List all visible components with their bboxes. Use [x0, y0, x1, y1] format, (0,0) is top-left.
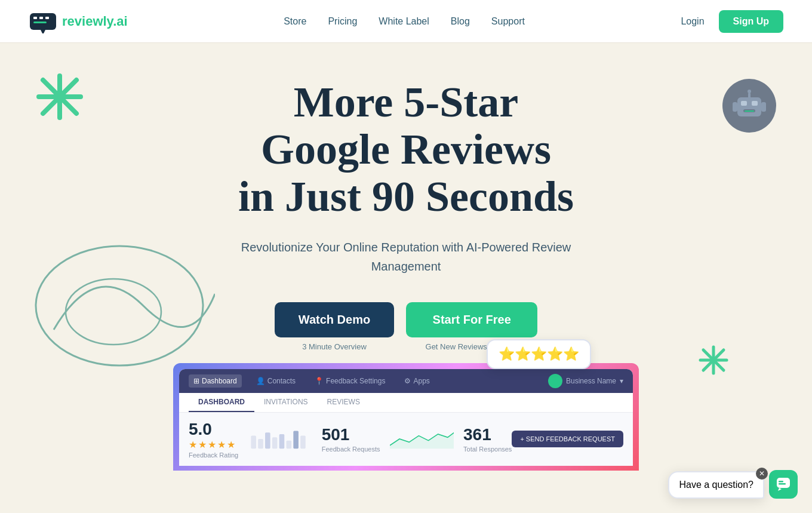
- nav-right: Login Sign Up: [681, 10, 783, 33]
- chat-question-bubble: ✕ Have a question?: [668, 471, 764, 499]
- nav-white-label[interactable]: White Label: [379, 16, 429, 26]
- deco-asterisk-left-icon: [36, 73, 84, 121]
- watch-demo-sub: 3 Minute Overview: [302, 342, 367, 351]
- dashboard-tabs: DASHBOARD INVITATIONS REVIEWS: [179, 393, 633, 413]
- apps-icon: ⚙: [404, 377, 411, 385]
- feedback-icon: 📍: [315, 377, 324, 385]
- dashboard-business: Business Name ▾: [548, 374, 623, 388]
- dash-nav-apps[interactable]: ⚙ Apps: [399, 374, 434, 388]
- deco-asterisk-right-icon: [699, 345, 728, 375]
- chat-close-button[interactable]: ✕: [756, 468, 768, 480]
- stat-requests-value: 501: [322, 425, 380, 444]
- nav-pricing[interactable]: Pricing: [328, 16, 357, 26]
- dashboard-avatar: [548, 374, 562, 388]
- svg-rect-33: [777, 478, 790, 488]
- svg-rect-11: [752, 101, 758, 106]
- svg-rect-9: [737, 97, 761, 116]
- svg-rect-24: [279, 434, 285, 449]
- stat-requests: 501 Feedback Requests: [322, 425, 380, 453]
- logo-wordmark: reviewly.ai: [62, 14, 128, 29]
- stat-rating: 5.0 ★★★★★ Feedback Rating: [189, 420, 238, 459]
- chat-open-button[interactable]: [769, 470, 798, 499]
- dash-nav-feedback[interactable]: 📍 Feedback Settings: [310, 374, 390, 388]
- send-feedback-button[interactable]: + SEND FEEDBACK REQUEST: [512, 431, 623, 447]
- nav-blog[interactable]: Blog: [451, 16, 470, 26]
- nav-support[interactable]: Support: [491, 16, 525, 26]
- tab-dashboard[interactable]: DASHBOARD: [189, 393, 254, 412]
- svg-rect-17: [761, 102, 766, 112]
- dashboard-preview: ⭐⭐⭐⭐⭐ ⊞ Dashboard 👤 Contacts: [173, 363, 639, 471]
- dashboard-inner: ⊞ Dashboard 👤 Contacts 📍 Feedback Settin…: [179, 369, 633, 466]
- navbar: reviewly.ai Store Pricing White Label Bl…: [0, 0, 812, 43]
- svg-rect-13: [745, 110, 754, 112]
- dash-nav-contacts[interactable]: 👤 Contacts: [251, 374, 300, 388]
- watch-demo-wrap: Watch Demo 3 Minute Overview: [275, 302, 394, 351]
- svg-rect-1: [33, 17, 37, 19]
- stat-rating-label: Feedback Rating: [189, 451, 238, 459]
- svg-rect-22: [265, 432, 270, 449]
- svg-rect-23: [272, 437, 278, 449]
- stat-requests-label: Feedback Requests: [322, 446, 380, 453]
- svg-point-15: [748, 90, 751, 93]
- dashboard-topbar: ⊞ Dashboard 👤 Contacts 📍 Feedback Settin…: [179, 369, 633, 393]
- stat-responses-value: 361: [463, 425, 512, 444]
- svg-rect-21: [258, 439, 263, 449]
- logo[interactable]: reviewly.ai: [29, 10, 128, 33]
- dashboard-icon: ⊞: [193, 377, 199, 385]
- svg-rect-2: [39, 17, 43, 19]
- chat-icon: [776, 477, 791, 492]
- svg-point-19: [66, 279, 161, 345]
- svg-rect-14: [748, 93, 751, 99]
- tab-invitations[interactable]: INVITATIONS: [254, 393, 318, 412]
- dashboard-chart-2: [390, 421, 454, 457]
- rating-bubble: ⭐⭐⭐⭐⭐: [487, 339, 591, 369]
- svg-rect-3: [45, 17, 49, 19]
- chevron-down-icon: ▾: [620, 377, 623, 385]
- svg-rect-26: [294, 431, 299, 449]
- stat-responses: 361 Total Responses: [463, 425, 512, 453]
- logo-icon: [29, 10, 57, 33]
- dashboard-chart: [248, 421, 312, 457]
- svg-rect-35: [779, 483, 786, 485]
- tab-reviews[interactable]: REVIEWS: [318, 393, 370, 412]
- dashboard-content: 5.0 ★★★★★ Feedback Rating: [179, 413, 633, 466]
- svg-point-18: [36, 246, 203, 365]
- login-link[interactable]: Login: [681, 16, 704, 27]
- stat-stars: ★★★★★: [189, 439, 238, 450]
- chat-question-text: Have a question?: [679, 480, 753, 490]
- svg-rect-10: [741, 101, 747, 106]
- hero-title: More 5-Star Google Reviews in Just 90 Se…: [12, 79, 800, 221]
- svg-rect-27: [300, 436, 306, 449]
- stat-responses-label: Total Responses: [463, 446, 512, 453]
- contacts-icon: 👤: [256, 377, 265, 385]
- chat-widget: ✕ Have a question?: [668, 470, 798, 499]
- dashboard-nav: ⊞ Dashboard 👤 Contacts 📍 Feedback Settin…: [189, 374, 435, 388]
- dash-nav-dashboard[interactable]: ⊞ Dashboard: [189, 374, 242, 388]
- nav-links: Store Pricing White Label Blog Support: [284, 16, 525, 27]
- start-free-button[interactable]: Start For Free: [406, 302, 537, 337]
- svg-rect-4: [33, 21, 47, 23]
- svg-rect-20: [251, 436, 257, 449]
- watch-demo-button[interactable]: Watch Demo: [275, 302, 394, 337]
- nav-store[interactable]: Store: [284, 16, 306, 26]
- dashboard-background: ⊞ Dashboard 👤 Contacts 📍 Feedback Settin…: [173, 363, 639, 471]
- svg-rect-16: [733, 102, 737, 112]
- hero-subtitle: Revolutionize Your Online Reputation wit…: [227, 238, 585, 276]
- stat-rating-value: 5.0: [189, 420, 238, 439]
- signup-button[interactable]: Sign Up: [719, 10, 783, 33]
- svg-rect-34: [779, 481, 783, 483]
- svg-marker-28: [390, 432, 454, 449]
- svg-rect-25: [287, 441, 292, 449]
- deco-robot-icon: [722, 79, 776, 133]
- hero-section: More 5-Star Google Reviews in Just 90 Se…: [0, 43, 812, 471]
